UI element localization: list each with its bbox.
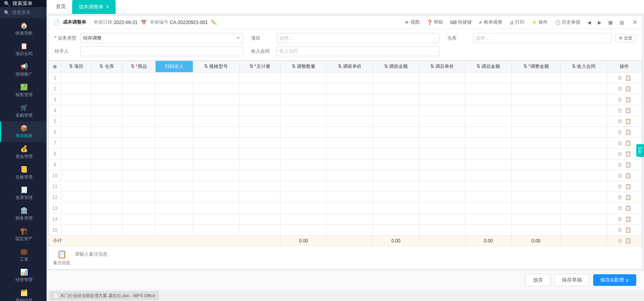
th-warehouse[interactable]: ⇅ 仓库 — [92, 61, 122, 73]
cell-spec[interactable] — [193, 181, 239, 192]
cell-income-contract[interactable] — [561, 105, 607, 116]
cell-before-price[interactable] — [327, 159, 373, 170]
cell-unit[interactable] — [239, 149, 280, 159]
cell-unit[interactable] — [239, 225, 280, 235]
settings-btn[interactable]: ⚙ 设置 — [615, 34, 636, 42]
cell-warehouse[interactable] — [92, 159, 122, 170]
cell-after-amount[interactable] — [465, 83, 511, 94]
cell-spec[interactable] — [193, 225, 239, 235]
next-btn[interactable]: ▶ — [596, 19, 603, 26]
cell-project[interactable] — [61, 203, 92, 214]
save-new-button[interactable]: 保存&新增 ∨ — [593, 274, 636, 286]
cell-adjust-amount[interactable] — [511, 138, 561, 149]
prev-btn[interactable]: ◀ — [586, 19, 592, 26]
cell-goods[interactable] — [122, 170, 155, 181]
cell-goods[interactable] — [122, 127, 155, 138]
cell-before-amount[interactable] — [373, 149, 419, 159]
cell-scan[interactable] — [156, 192, 193, 203]
copy-icon[interactable]: 📋 — [625, 216, 631, 222]
cell-spec[interactable] — [193, 94, 239, 105]
cell-after-price[interactable] — [419, 73, 465, 83]
cell-before-price[interactable] — [327, 127, 373, 138]
cell-unit[interactable] — [239, 105, 280, 116]
cell-before-price[interactable] — [327, 214, 373, 225]
cell-after-amount[interactable] — [465, 192, 511, 203]
cell-after-price[interactable] — [419, 192, 465, 203]
help-btn[interactable]: ❓ 帮助 — [425, 18, 445, 26]
cell-warehouse[interactable] — [92, 149, 122, 159]
handler-input[interactable]: ··· — [80, 46, 243, 56]
copy-icon[interactable]: 📋 — [625, 205, 631, 211]
cell-after-price[interactable] — [419, 138, 465, 149]
cell-income-contract[interactable] — [561, 170, 607, 181]
side-badge[interactable]: Ear — [636, 144, 644, 157]
cell-before-price[interactable] — [327, 181, 373, 192]
cell-adjust-amount[interactable] — [511, 192, 561, 203]
cell-before-price[interactable] — [327, 94, 373, 105]
cell-after-amount[interactable] — [465, 127, 511, 138]
cell-project[interactable] — [61, 192, 92, 203]
sidebar-item-ledger[interactable]: 📒 总账管理 — [0, 163, 47, 183]
cell-spec[interactable] — [193, 203, 239, 214]
cell-spec[interactable] — [193, 159, 239, 170]
cell-after-amount[interactable] — [465, 149, 511, 159]
cell-warehouse[interactable] — [92, 94, 122, 105]
cell-adjust-qty[interactable] — [280, 159, 327, 170]
cell-warehouse[interactable] — [92, 225, 122, 235]
cell-project[interactable] — [61, 149, 92, 159]
calendar-icon[interactable]: 📅 — [141, 20, 147, 25]
cell-scan[interactable] — [156, 116, 193, 127]
cell-before-amount[interactable] — [373, 192, 419, 203]
cell-project[interactable] — [61, 127, 92, 138]
cell-warehouse[interactable] — [92, 192, 122, 203]
cell-spec[interactable] — [193, 149, 239, 159]
cell-income-contract[interactable] — [561, 83, 607, 94]
th-adjust-amount[interactable]: ⇅ *调整金额 — [511, 61, 561, 73]
cell-income-contract[interactable] — [561, 73, 607, 83]
tab-close-icon[interactable]: ✕ — [106, 4, 109, 9]
cell-adjust-qty[interactable] — [280, 192, 327, 203]
summary-delete-icon[interactable]: 🗑 — [617, 238, 622, 244]
tab-cost-adjust[interactable]: 成本调整单 ✕ — [72, 0, 116, 14]
cell-scan[interactable] — [156, 73, 193, 83]
cell-scan[interactable] — [156, 149, 193, 159]
cell-warehouse[interactable] — [92, 105, 122, 116]
cell-before-price[interactable] — [327, 116, 373, 127]
cell-before-price[interactable] — [327, 225, 373, 235]
cell-adjust-amount[interactable] — [511, 214, 561, 225]
sidebar-item-tax[interactable]: 🏛️ 税务管理 — [0, 204, 47, 224]
cell-goods[interactable] — [122, 159, 155, 170]
copy-icon[interactable]: 📋 — [625, 75, 631, 81]
cell-adjust-qty[interactable] — [280, 94, 327, 105]
cell-scan[interactable] — [156, 225, 193, 235]
cell-warehouse[interactable] — [92, 203, 122, 214]
th-goods[interactable]: ⇅ *商品 — [122, 61, 155, 73]
cell-scan[interactable] — [156, 203, 193, 214]
cell-before-amount[interactable] — [373, 138, 419, 149]
cell-goods[interactable] — [122, 83, 155, 94]
cell-spec[interactable] — [193, 116, 239, 127]
close-window-btn[interactable]: ✕ — [632, 19, 637, 26]
cell-adjust-amount[interactable] — [511, 73, 561, 83]
cell-before-amount[interactable] — [373, 181, 419, 192]
cell-project[interactable] — [61, 83, 92, 94]
cell-goods[interactable] — [122, 149, 155, 159]
cell-after-price[interactable] — [419, 83, 465, 94]
cell-income-contract[interactable] — [561, 192, 607, 203]
cell-warehouse[interactable] — [92, 73, 122, 83]
cell-scan[interactable] — [156, 105, 193, 116]
delete-icon[interactable]: 🗑 — [617, 183, 622, 189]
cell-unit[interactable] — [239, 203, 280, 214]
th-unit[interactable]: ⇅ *主计量 — [239, 61, 280, 73]
cell-unit[interactable] — [239, 116, 280, 127]
delete-icon[interactable]: 🗑 — [617, 162, 622, 168]
cell-after-amount[interactable] — [465, 73, 511, 83]
notes-input[interactable] — [75, 249, 637, 262]
cell-adjust-qty[interactable] — [280, 105, 327, 116]
cell-scan[interactable] — [156, 214, 193, 225]
cell-after-amount[interactable] — [465, 159, 511, 170]
cell-after-amount[interactable] — [465, 94, 511, 105]
cell-goods[interactable] — [122, 138, 155, 149]
cell-adjust-qty[interactable] — [280, 170, 327, 181]
cell-spec[interactable] — [193, 170, 239, 181]
